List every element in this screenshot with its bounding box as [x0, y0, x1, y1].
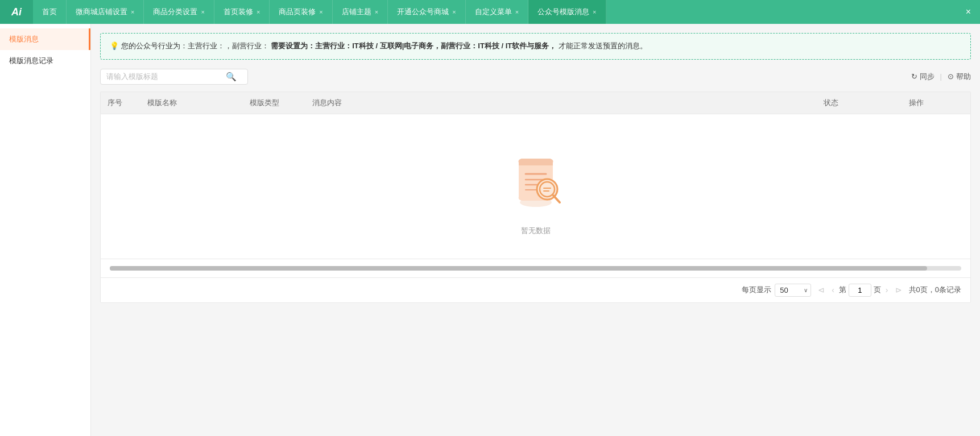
per-page-dropdown[interactable]: 50 10 20 100 [775, 284, 811, 297]
content-area: 💡 您的公众号行业为：主营行业：，副营行业： 需要设置为：主营行业：IT科技 /… [91, 24, 980, 436]
close-tab-template-msg[interactable]: × [593, 9, 596, 15]
search-row: 🔍 ↻ 同步 | ⊙ 帮助 [100, 69, 971, 85]
close-tab-custom-menu[interactable]: × [515, 9, 519, 15]
search-input[interactable] [106, 72, 226, 81]
notice-icon: 💡 [110, 41, 119, 50]
notice-suffix: 才能正常发送预置的消息。 [559, 41, 647, 50]
per-page-select-wrap: 50 10 20 100 [775, 284, 811, 297]
nav-tab-category-settings[interactable]: 商品分类设置 × [144, 0, 214, 24]
last-page-button[interactable]: ⊳ [893, 284, 904, 296]
next-page-button[interactable]: › [883, 284, 891, 296]
page-nav: ⊲ ‹ 第 页 › ⊳ [816, 284, 904, 297]
nav-tab-shop-settings[interactable]: 微商城店铺设置 × [67, 0, 144, 24]
nav-tab-shop-theme[interactable]: 店铺主题 × [333, 0, 388, 24]
col-header-action: 操作 [902, 92, 970, 114]
notice-highlight: 需要设置为：主营行业：IT科技 / 互联网|电子商务，副营行业：IT科技 / I… [271, 41, 556, 50]
sync-button[interactable]: ↻ 同步 [911, 72, 934, 82]
search-button[interactable]: 🔍 [226, 72, 237, 82]
sidebar-item-template-record[interactable]: 模版消息记录 [0, 50, 90, 72]
nav-tab-template-msg[interactable]: 公众号模版消息 × [528, 0, 606, 24]
table-header: 序号 模版名称 模版类型 消息内容 状态 操作 [101, 92, 970, 114]
close-tab-shop-theme[interactable]: × [375, 9, 378, 15]
col-header-name: 模版名称 [140, 92, 243, 114]
toolbar-divider: | [940, 72, 942, 81]
table-wrap: 序号 模版名称 模版类型 消息内容 状态 操作 [100, 92, 971, 303]
svg-line-7 [553, 196, 560, 202]
close-tab-home-decor[interactable]: × [257, 9, 260, 15]
help-button[interactable]: ⊙ 帮助 [948, 72, 971, 82]
notice-box: 💡 您的公众号行业为：主营行业：，副营行业： 需要设置为：主营行业：IT科技 /… [100, 33, 971, 60]
fake-scrollbar[interactable] [110, 266, 961, 271]
total-info: 共0页，0条记录 [909, 285, 961, 295]
page-suffix: 页 [874, 285, 881, 295]
toolbar-right: ↻ 同步 | ⊙ 帮助 [911, 72, 971, 82]
close-tab-shop-settings[interactable]: × [131, 9, 134, 15]
close-tab-category-settings[interactable]: × [201, 9, 204, 15]
current-page-input[interactable] [849, 284, 871, 297]
pagination: 每页显示 50 10 20 100 ⊲ ‹ 第 页 [101, 277, 970, 302]
per-page-label: 每页显示 [742, 285, 771, 295]
empty-icon [502, 148, 570, 217]
col-header-status: 状态 [817, 92, 902, 114]
col-header-type: 模版类型 [243, 92, 305, 114]
close-tab-open-mall[interactable]: × [452, 9, 456, 15]
per-page-select: 每页显示 50 10 20 100 [742, 284, 811, 297]
top-nav: Ai 首页 微商城店铺设置 × 商品分类设置 × 首页装修 × 商品页装修 × … [0, 0, 980, 24]
col-header-index: 序号 [101, 92, 140, 114]
empty-text: 暂无数据 [521, 226, 551, 236]
main-layout: 模版消息 模版消息记录 💡 您的公众号行业为：主营行业：，副营行业： 需要设置为… [0, 24, 980, 436]
nav-tab-product-decor[interactable]: 商品页装修 × [270, 0, 332, 24]
page-prefix: 第 [839, 285, 846, 295]
help-icon: ⊙ [948, 72, 954, 81]
search-input-wrap: 🔍 [100, 69, 248, 85]
nav-tab-open-mall[interactable]: 开通公众号商城 × [388, 0, 465, 24]
nav-tab-home[interactable]: 首页 [33, 0, 67, 24]
first-page-button[interactable]: ⊲ [816, 284, 827, 296]
notice-prefix: 您的公众号行业为：主营行业：，副营行业： [121, 41, 269, 50]
app-logo: Ai [0, 0, 33, 24]
nav-tab-custom-menu[interactable]: 自定义菜单 × [466, 0, 528, 24]
sidebar-item-template-msg[interactable]: 模版消息 [0, 28, 90, 50]
close-all-button[interactable]: × [957, 7, 980, 17]
col-header-content: 消息内容 [305, 92, 817, 114]
sync-icon: ↻ [911, 72, 917, 81]
scrollbar-area [101, 259, 970, 277]
empty-state: 暂无数据 [101, 114, 970, 259]
prev-page-button[interactable]: ‹ [829, 284, 837, 296]
scrollbar-thumb [110, 266, 927, 271]
sidebar: 模版消息 模版消息记录 [0, 24, 91, 436]
close-tab-product-decor[interactable]: × [319, 9, 322, 15]
nav-tab-home-decor[interactable]: 首页装修 × [214, 0, 270, 24]
